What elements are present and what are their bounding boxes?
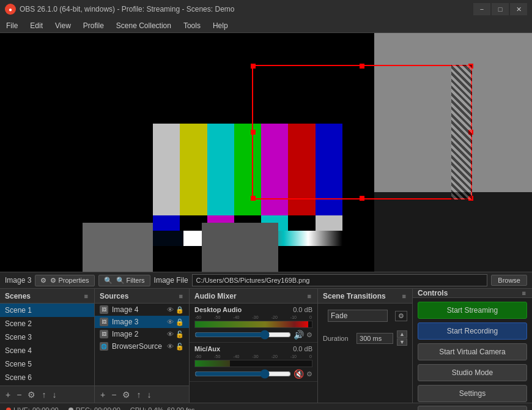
source-lock-image4[interactable]: 🔒 [175, 306, 184, 314]
source-name-image3: Image 3 [112, 318, 138, 326]
desktop-audio-settings-button[interactable]: ⚙ [306, 331, 312, 339]
test-bar-yellow [180, 124, 207, 215]
remove-source-button[interactable]: − [109, 390, 118, 400]
remove-scene-button[interactable]: − [15, 390, 23, 400]
controls-panel-controls: ≡ [521, 289, 527, 297]
duration-down-button[interactable]: ▼ [397, 338, 407, 346]
source-controls-browser: 👁 🔓 [167, 343, 184, 351]
source-visibility-browser[interactable]: 👁 [167, 343, 174, 351]
audio-mixer-header: Audio Mixer ≡ [190, 289, 317, 304]
rec-label: REC: [76, 406, 92, 411]
transitions-panel-title: Scene Transitions [323, 292, 386, 300]
desktop-audio-controls: 🔊 ⚙ [194, 330, 312, 340]
mic-aux-mute-button[interactable]: 🔇 [294, 369, 304, 379]
preview-grey-br [202, 223, 278, 272]
add-scene-button[interactable]: + [4, 390, 12, 400]
duration-up-button[interactable]: ▲ [397, 330, 407, 338]
desktop-audio-mute-button[interactable]: 🔊 [294, 330, 304, 340]
scene-item-3[interactable]: Scene 3 [0, 330, 94, 344]
transitions-config-icon[interactable]: ≡ [401, 293, 407, 300]
source-lock-image2[interactable]: 🔓 [175, 330, 184, 338]
source-visibility-image4[interactable]: 👁 [167, 306, 174, 314]
audio-mixer-config-icon[interactable]: ≡ [306, 293, 312, 300]
test-pattern [153, 124, 342, 215]
sources-panel-title: Sources [100, 292, 128, 300]
desktop-audio-meter [194, 321, 312, 328]
source-type-icon-image4: 🖼 [100, 305, 108, 314]
menu-help[interactable]: Help [207, 18, 234, 32]
tb-blue [153, 215, 180, 231]
duration-input[interactable] [357, 333, 393, 344]
move-scene-down-button[interactable]: ↓ [50, 390, 58, 400]
source-name-browser: BrowserSource [112, 342, 162, 351]
menu-edit[interactable]: Edit [24, 18, 49, 32]
source-visibility-image2[interactable]: 👁 [167, 330, 174, 338]
tb-black3 [288, 215, 315, 231]
scene-settings-button[interactable]: ⚙ [26, 390, 37, 400]
menu-file[interactable]: File [0, 18, 24, 32]
add-source-button[interactable]: + [98, 390, 107, 400]
live-label: LIVE: [13, 406, 30, 411]
menu-scene-collection[interactable]: Scene Collection [110, 18, 177, 32]
transition-type-select[interactable]: Fade Cut Swipe Slide [328, 310, 388, 322]
source-controls-image3: 👁 🔒 [167, 318, 184, 326]
start-virtual-camera-button[interactable]: Start Virtual Camera [418, 343, 527, 360]
maximize-button[interactable]: □ [492, 3, 509, 15]
source-settings-button[interactable]: ⚙ [120, 390, 132, 400]
menu-tools[interactable]: Tools [177, 18, 207, 32]
audio-mixer-panel: Audio Mixer ≡ Desktop Audio 0.0 dB -60-5… [190, 289, 318, 403]
scene-item-5[interactable]: Scene 5 [0, 357, 94, 371]
test-bar-cyan [207, 124, 234, 215]
tb-white2 [316, 215, 342, 231]
menu-view[interactable]: View [49, 18, 77, 32]
mic-aux-settings-button[interactable]: ⚙ [306, 370, 312, 378]
sources-config-icon[interactable]: ≡ [178, 293, 184, 300]
scene-item-1[interactable]: Scene 1 [0, 304, 94, 317]
controls-button-group: Start Streaming Start Recording Start Vi… [413, 298, 532, 410]
minimize-button[interactable]: − [473, 3, 490, 15]
move-source-down-button[interactable]: ↓ [145, 390, 153, 400]
start-recording-button[interactable]: Start Recording [418, 322, 527, 340]
transitions-panel-header: Scene Transitions ≡ [318, 289, 412, 304]
scenes-config-icon[interactable]: ≡ [83, 293, 89, 300]
source-visibility-image3[interactable]: 👁 [167, 318, 174, 326]
desktop-audio-meter-fill [195, 321, 312, 327]
mic-aux-meter-mask [230, 360, 312, 367]
source-item-image3[interactable]: 🖼 Image 3 👁 🔒 [95, 316, 189, 328]
move-source-up-button[interactable]: ↑ [135, 390, 142, 400]
mic-aux-slider[interactable] [194, 370, 291, 378]
menu-profile[interactable]: Profile [77, 18, 110, 32]
source-name-image2: Image 2 [112, 330, 138, 338]
properties-button[interactable]: ⚙ ⚙ Properties [35, 275, 94, 286]
move-scene-up-button[interactable]: ↑ [40, 390, 48, 400]
source-lock-image3[interactable]: 🔒 [175, 318, 184, 326]
exit-button[interactable]: Exit [418, 406, 527, 410]
scene-transitions-panel: Scene Transitions ≡ Fade Cut Swipe Slide… [318, 289, 413, 403]
scene-item-4[interactable]: Scene 4 [0, 344, 94, 357]
source-item-image4[interactable]: 🖼 Image 4 👁 🔒 [95, 304, 189, 316]
studio-mode-button[interactable]: Studio Mode [418, 364, 527, 381]
cpu-label: CPU: 0.4%, 60.00 fps [130, 406, 195, 411]
mic-aux-label: Mic/Aux [194, 345, 220, 352]
close-button[interactable]: ✕ [510, 3, 527, 15]
test-bar-red [288, 124, 315, 215]
controls-config-icon[interactable]: ≡ [521, 289, 527, 297]
file-path-input[interactable] [192, 274, 488, 286]
source-lock-browser[interactable]: 🔓 [175, 343, 184, 351]
transitions-panel-controls: ≡ [401, 293, 407, 300]
source-item-browser[interactable]: 🌐 BrowserSource 👁 🔓 [95, 340, 189, 352]
preview-canvas[interactable] [0, 33, 532, 272]
source-item-image2[interactable]: 🖼 Image 2 👁 🔓 [95, 328, 189, 340]
transition-settings-button[interactable]: ⚙ [395, 311, 407, 321]
scene-item-2[interactable]: Scene 2 [0, 317, 94, 330]
duration-label: Duration [323, 335, 354, 342]
browse-button[interactable]: Browse [491, 275, 527, 286]
rec-time: 00:00:00 [94, 406, 120, 411]
window-title: OBS 26.1.0 (64-bit, windows) - Profile: … [20, 5, 473, 13]
scene-item-6[interactable]: Scene 6 [0, 371, 94, 384]
start-streaming-button[interactable]: Start Streaming [418, 302, 527, 319]
settings-button[interactable]: Settings [418, 385, 527, 402]
desktop-audio-slider[interactable] [194, 330, 291, 339]
scenes-panel-header: Scenes ≡ [0, 289, 94, 304]
filters-button[interactable]: 🔍 🔍 Filters [98, 275, 150, 286]
